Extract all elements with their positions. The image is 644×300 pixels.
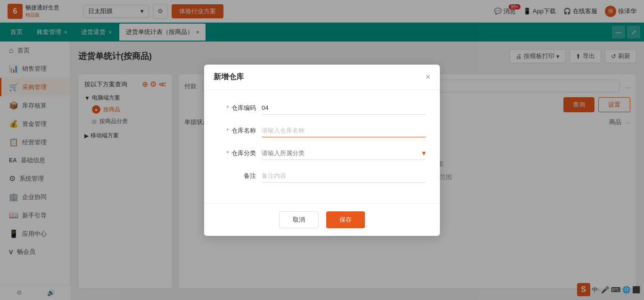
modal-footer: 取消 保存 [204, 203, 440, 236]
cancel-button[interactable]: 取消 [279, 211, 319, 228]
note-input[interactable] [262, 169, 426, 183]
warehouse-name-input[interactable] [262, 124, 426, 137]
modal-header: 新增仓库 × [204, 65, 440, 90]
modal-title: 新增仓库 [214, 72, 244, 82]
form-row-category: * 仓库分类 ▾ [218, 147, 426, 160]
warehouse-category-input[interactable] [262, 147, 426, 159]
modal-overlay: 新增仓库 × * 仓库编码 * 仓库名称 [0, 0, 644, 300]
form-row-note: 备注 [218, 169, 426, 183]
save-button[interactable]: 保存 [326, 211, 365, 228]
add-warehouse-modal: 新增仓库 × * 仓库编码 * 仓库名称 [204, 65, 440, 236]
warehouse-category-label: * 仓库分类 [218, 149, 256, 158]
form-row-name: * 仓库名称 [218, 124, 426, 137]
modal-body: * 仓库编码 * 仓库名称 * 仓库分类 [204, 90, 440, 203]
warehouse-category-wrapper: ▾ [262, 147, 426, 160]
warehouse-code-label: * 仓库编码 [218, 104, 256, 112]
modal-close-button[interactable]: × [425, 72, 430, 82]
warehouse-name-label: * 仓库名称 [218, 126, 256, 135]
category-dropdown-icon[interactable]: ▾ [422, 149, 426, 158]
note-label: 备注 [218, 172, 256, 180]
form-row-code: * 仓库编码 [218, 101, 426, 115]
warehouse-code-input[interactable] [262, 101, 426, 115]
